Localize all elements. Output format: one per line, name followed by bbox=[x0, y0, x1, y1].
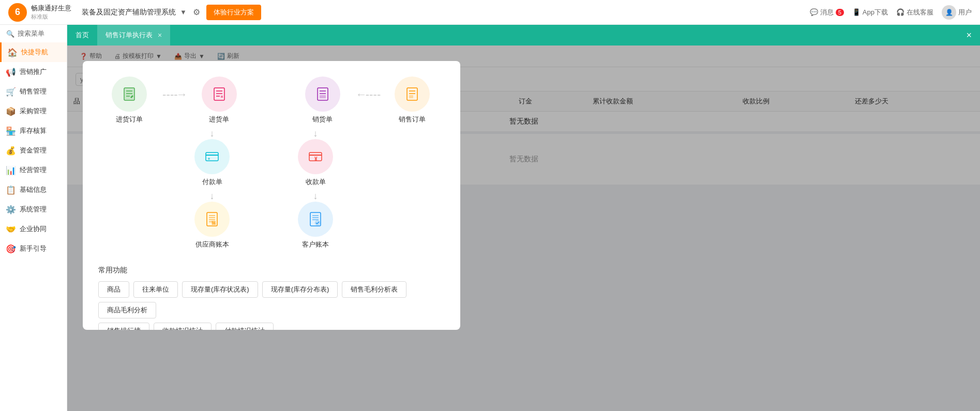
flow-circle-sales-receipt bbox=[305, 77, 340, 112]
flow-arrow-purchase-order-to-receipt: - - - -→ bbox=[162, 88, 186, 101]
func-btn-collection-stats[interactable]: 收款情况统计 bbox=[154, 323, 212, 330]
system-dropdown-button[interactable]: ▼ bbox=[180, 8, 187, 16]
headset-icon: 🎧 bbox=[896, 8, 904, 16]
flow-node-purchase-order[interactable]: 进货订单 bbox=[98, 77, 160, 124]
sidebar-item-guide-label: 新手引导 bbox=[20, 244, 47, 253]
func-btn-stock-distribution[interactable]: 现存量(库存分布表) bbox=[262, 281, 338, 298]
marketing-icon: 📢 bbox=[6, 67, 16, 77]
sidebar-item-system-label: 系统管理 bbox=[20, 205, 47, 214]
flow-row-2: 付款单 ¥ bbox=[98, 139, 346, 187]
flow-label-sales-receipt: 销货单 bbox=[312, 115, 333, 124]
flow-node-sales-order[interactable]: 销售订单 bbox=[381, 77, 443, 124]
inventory-icon: 🏪 bbox=[6, 126, 16, 135]
flow-row-arrows-down-2: ↓ ↓ bbox=[98, 191, 346, 202]
message-button[interactable]: 💬 消息 5 bbox=[810, 8, 844, 17]
tab-bar-close-button[interactable]: × bbox=[966, 30, 972, 41]
tab-sales-order-close-icon[interactable]: × bbox=[158, 31, 162, 39]
sidebar-item-quick-nav-label: 快捷导航 bbox=[21, 48, 48, 57]
flow-node-customer-account[interactable]: 客户账本 bbox=[284, 202, 346, 249]
flow-node-collection[interactable]: ¥ 收款单 bbox=[284, 139, 346, 187]
func-btn-sales-ranking[interactable]: 销售排行榜 bbox=[98, 323, 149, 330]
sidebar-item-finance-label: 资金管理 bbox=[20, 146, 47, 155]
system-title: 装备及固定资产辅助管理系统 bbox=[82, 8, 176, 17]
common-functions-title: 常用功能 bbox=[98, 266, 445, 275]
flow-circle-sales-order bbox=[395, 77, 430, 112]
message-badge: 5 bbox=[836, 9, 844, 16]
experience-button[interactable]: 体验行业方案 bbox=[206, 5, 261, 20]
message-icon: 💬 bbox=[810, 8, 818, 16]
sidebar: 🔍 搜索菜单 🏠 快捷导航 📢 营销推广 🛒 销售管理 📦 采购管理 🏪 bbox=[0, 25, 67, 411]
function-buttons-row1: 商品 往来单位 现存量(库存状况表) 现存量(库存分布表) 销售毛利分析表 商品… bbox=[98, 281, 445, 318]
sidebar-item-basic[interactable]: 📋 基础信息 bbox=[0, 180, 67, 200]
svg-point-18 bbox=[208, 158, 210, 160]
flow-node-payment[interactable]: 付款单 bbox=[181, 139, 243, 187]
svg-rect-16 bbox=[206, 153, 218, 161]
sales-icon: 🛒 bbox=[6, 87, 16, 96]
cooperation-icon: 🤝 bbox=[6, 224, 16, 234]
svg-rect-15 bbox=[409, 95, 413, 98]
user-label: 用户 bbox=[958, 8, 972, 17]
sidebar-item-cooperation[interactable]: 🤝 企业协同 bbox=[0, 219, 67, 239]
modal-overlay[interactable]: 进货订单 - - - -→ bbox=[67, 45, 980, 411]
sidebar-item-inventory[interactable]: 🏪 库存核算 bbox=[0, 121, 67, 141]
sidebar-item-marketing-label: 营销推广 bbox=[20, 67, 47, 77]
func-btn-product-margin-analysis[interactable]: 商品毛利分析 bbox=[98, 302, 156, 318]
svg-rect-4 bbox=[214, 88, 224, 100]
user-menu-button[interactable]: 👤 用户 bbox=[942, 5, 972, 20]
sidebar-item-quick-nav[interactable]: 🏠 快捷导航 bbox=[0, 42, 67, 62]
tab-home[interactable]: 首页 bbox=[67, 25, 97, 45]
arrow-down-payment: ↓ bbox=[181, 191, 243, 202]
flow-row-3: 账 供应商账本 bbox=[98, 202, 346, 249]
flow-label-purchase-order: 进货订单 bbox=[116, 115, 143, 124]
func-btn-product[interactable]: 商品 bbox=[98, 281, 129, 298]
app-download-button[interactable]: 📱 App下载 bbox=[852, 8, 888, 17]
sidebar-item-cooperation-label: 企业协同 bbox=[20, 224, 47, 234]
tab-bar: 首页 销售订单执行表 × × bbox=[67, 25, 980, 45]
logo-name: 畅康通好生意 bbox=[31, 4, 71, 13]
sidebar-item-marketing[interactable]: 📢 营销推广 bbox=[0, 62, 67, 82]
svg-rect-8 bbox=[318, 88, 328, 100]
flow-circle-purchase-receipt bbox=[202, 77, 237, 112]
operation-icon: 📊 bbox=[6, 165, 16, 175]
search-menu-button[interactable]: 🔍 搜索菜单 bbox=[0, 25, 67, 42]
sidebar-item-finance[interactable]: 💰 资金管理 bbox=[0, 141, 67, 160]
flow-label-sales-order: 销售订单 bbox=[399, 115, 426, 124]
arrow-down-purchase: ↓ bbox=[181, 128, 243, 139]
func-btn-payment-stats[interactable]: 付款情况统计 bbox=[216, 323, 274, 330]
finance-icon: 💰 bbox=[6, 146, 16, 155]
flow-label-purchase-receipt: 进货单 bbox=[209, 115, 229, 124]
flow-node-supplier-account[interactable]: 账 供应商账本 bbox=[181, 202, 243, 249]
flow-circle-payment bbox=[194, 139, 230, 174]
sidebar-item-operation-label: 经营管理 bbox=[20, 165, 47, 175]
online-service-button[interactable]: 🎧 在线客服 bbox=[896, 8, 933, 17]
svg-rect-12 bbox=[407, 88, 417, 100]
online-service-label: 在线客服 bbox=[907, 8, 933, 17]
func-btn-stock-status[interactable]: 现存量(库存状况表) bbox=[182, 281, 258, 298]
sidebar-item-purchase[interactable]: 📦 采购管理 bbox=[0, 101, 67, 121]
settings-icon[interactable]: ⚙ bbox=[193, 7, 200, 17]
sidebar-item-operation[interactable]: 📊 经营管理 bbox=[0, 160, 67, 180]
app-download-label: App下载 bbox=[863, 8, 888, 17]
svg-rect-0 bbox=[124, 88, 134, 100]
tab-sales-order[interactable]: 销售订单执行表 × bbox=[97, 25, 170, 45]
avatar: 👤 bbox=[942, 5, 956, 20]
flow-node-sales-receipt[interactable]: 销货单 bbox=[292, 77, 354, 124]
flow-node-purchase-receipt[interactable]: 进货单 bbox=[188, 77, 250, 124]
flow-row-1: 进货订单 - - - -→ bbox=[98, 77, 443, 124]
sidebar-item-guide[interactable]: 🎯 新手引导 bbox=[0, 239, 67, 258]
message-label: 消息 bbox=[820, 8, 834, 17]
content-body: ❓ 帮助 🖨 按模板打印 ▼ 📤 导出 ▼ 🔄 bbox=[67, 45, 980, 411]
modal-content: 进货订单 - - - -→ bbox=[83, 61, 460, 330]
flow-label-supplier-account: 供应商账本 bbox=[195, 240, 229, 249]
flow-circle-purchase-order bbox=[112, 77, 147, 112]
function-buttons-row2: 销售排行榜 收款情况统计 付款情况统计 bbox=[98, 323, 445, 330]
func-btn-sales-margin-analysis[interactable]: 销售毛利分析表 bbox=[342, 281, 406, 298]
flow-diagram: 进货订单 - - - -→ bbox=[98, 77, 445, 253]
flow-circle-supplier-account: 账 bbox=[194, 202, 230, 237]
sidebar-item-system[interactable]: ⚙️ 系统管理 bbox=[0, 200, 67, 219]
arrow-down-collection: ↓ bbox=[284, 191, 346, 202]
sidebar-item-sales[interactable]: 🛒 销售管理 bbox=[0, 82, 67, 101]
svg-rect-11 bbox=[320, 95, 326, 98]
purchase-icon: 📦 bbox=[6, 106, 16, 116]
func-btn-partner[interactable]: 往来单位 bbox=[133, 281, 178, 298]
